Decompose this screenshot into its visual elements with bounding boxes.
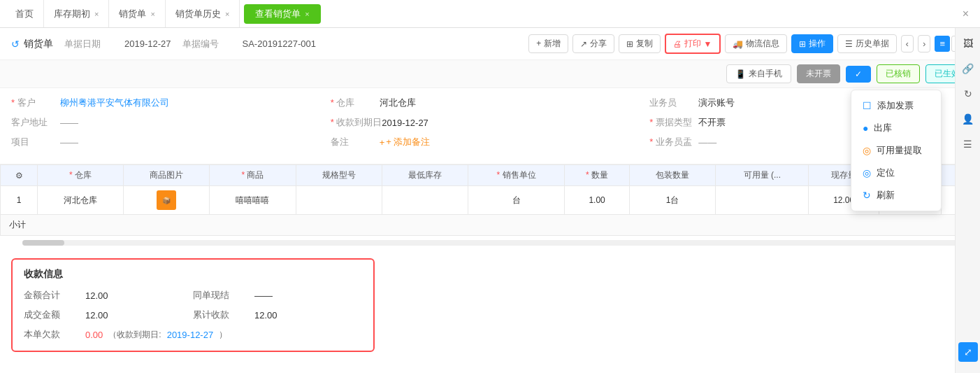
- payment-row-same-order: 同单现结 ——: [193, 288, 362, 303]
- add-note-button[interactable]: + + 添加备注: [380, 136, 431, 148]
- subtotal-label: 小计: [1, 215, 980, 236]
- action-dropdown-menu: ☐ 添加发票 ● 出库 ◎ 可用量提取 ◎ 定位 ↻ 刷新: [851, 90, 942, 211]
- refresh-icon: ↻: [863, 190, 871, 201]
- date-value: 2019-12-27: [124, 38, 171, 49]
- col-product: 商品: [210, 165, 296, 186]
- phone-icon: 📱: [735, 69, 746, 79]
- employee-label: 业务员: [649, 97, 698, 109]
- customer-label: 客户: [11, 97, 60, 109]
- dropdown-item-add-invoice[interactable]: ☐ 添加发票: [851, 94, 941, 117]
- from-phone-button[interactable]: 📱 来自手机: [726, 64, 791, 83]
- payment-area: 收款信息 金额合计 12.00 同单现结 —— 成交金额 12.00: [0, 250, 980, 360]
- share-button[interactable]: ↗ 分享: [572, 34, 614, 53]
- warehouse-field: 仓库 河北仓库: [331, 97, 650, 109]
- invoice-label: 票据类型: [649, 116, 698, 129]
- owe-note: （收款到期日:: [108, 329, 161, 341]
- tab-sales-history[interactable]: 销货单历史 ×: [166, 0, 240, 27]
- sidebar-person-icon[interactable]: 👤: [958, 109, 978, 129]
- payment-date-label: 收款到期日: [331, 116, 382, 129]
- warehouse-label: 仓库: [331, 97, 380, 109]
- total-amount-value: 12.00: [85, 290, 108, 301]
- sidebar-refresh-icon[interactable]: ↻: [958, 84, 978, 104]
- dropdown-item-refresh[interactable]: ↻ 刷新: [851, 184, 941, 206]
- sales-employee-label: 业务员盂: [649, 136, 698, 148]
- row-image: 📦: [124, 186, 210, 215]
- table-body: 1 河北仓库 📦 嘻嘻嘻嘻 台 1.00 1台 12.00 12.00: [1, 186, 980, 236]
- not-open-button[interactable]: 未开票: [797, 64, 840, 83]
- main-content: ↺ 销货单 单据日期 2019-12-27 单据编号 SA-20191227-0…: [0, 28, 980, 373]
- payment-section: 收款信息 金额合计 12.00 同单现结 —— 成交金额 12.00: [11, 258, 375, 352]
- cumulative-value: 12.00: [254, 310, 278, 321]
- col-available: 可用量 (...: [716, 165, 809, 186]
- form-row-1: 客户 柳州粤港平安气体有限公司 仓库 河北仓库 业务员 演示账号: [11, 97, 969, 109]
- sidebar-image-icon[interactable]: 🖼: [958, 34, 978, 53]
- tab-sales-history-close[interactable]: ×: [225, 10, 229, 18]
- form-row-3: 项目 —— 备注 + + 添加备注 业务员盂 ——: [11, 136, 969, 148]
- next-button[interactable]: ›: [918, 35, 930, 52]
- address-label: 客户地址: [11, 116, 60, 129]
- dropdown-item-available-pickup[interactable]: ◎ 可用量提取: [851, 139, 941, 162]
- tab-inventory-init[interactable]: 库存期初 ×: [44, 0, 109, 27]
- new-button[interactable]: + 新增: [528, 34, 568, 53]
- customer-value[interactable]: 柳州粤港平安气体有限公司: [60, 97, 331, 109]
- table-container: ⚙ 仓库 商品图片 商品 规格型号 最低库存 销售单位 数量 包装数量 可用量 …: [0, 164, 980, 236]
- history-button[interactable]: ☰ 历史单据: [837, 34, 897, 53]
- dropdown-item-ship-out[interactable]: ● 出库: [851, 117, 941, 139]
- document-header: ↺ 销货单 单据日期 2019-12-27 单据编号 SA-20191227-0…: [0, 28, 980, 60]
- tab-home[interactable]: 首页: [6, 0, 44, 27]
- tab-sales-order[interactable]: 销货单 ×: [109, 0, 165, 27]
- cumulative-label: 累计收款: [193, 309, 249, 321]
- owe-value: 0.00: [85, 330, 103, 340]
- sidebar-link-icon[interactable]: 🔗: [958, 59, 978, 78]
- row-spec: [296, 186, 382, 215]
- action-button[interactable]: ⊞ 操作: [791, 34, 833, 53]
- col-spec: 规格型号: [296, 165, 382, 186]
- address-field: 客户地址 ——: [11, 116, 331, 129]
- tab-view-sales-close[interactable]: ×: [305, 10, 309, 18]
- dropdown-item-locate[interactable]: ◎ 定位: [851, 162, 941, 184]
- tab-view-sales[interactable]: 查看销货单 ×: [244, 4, 320, 24]
- payment-row-transaction: 成交金额 12.00: [24, 307, 193, 323]
- window-close-button[interactable]: ×: [957, 8, 974, 20]
- project-field: 项目 ——: [11, 136, 331, 148]
- col-settings[interactable]: ⚙: [1, 165, 38, 186]
- col-min-stock: 最低库存: [382, 165, 468, 186]
- document-type-label: 销货单: [24, 38, 53, 50]
- row-available: [716, 186, 809, 215]
- print-button[interactable]: 🖨 打印 ▼: [665, 34, 721, 54]
- add-invoice-icon: ☐: [863, 100, 872, 111]
- list-view-button[interactable]: ≡: [935, 36, 950, 52]
- owe-paren: ）: [219, 329, 227, 341]
- action-bar: 📱 来自手机 未开票 ✓ 已核销 已生效: [0, 60, 980, 88]
- date-label: 单据日期: [64, 38, 113, 50]
- sidebar-expand-icon[interactable]: ⤢: [958, 342, 978, 362]
- tab-inventory-init-close[interactable]: ×: [94, 10, 99, 18]
- col-qty: 数量: [565, 165, 630, 186]
- product-table: ⚙ 仓库 商品图片 商品 规格型号 最低库存 销售单位 数量 包装数量 可用量 …: [0, 164, 980, 236]
- same-order-value: ——: [254, 290, 273, 301]
- payment-title: 收款信息: [24, 268, 362, 281]
- confirm-button[interactable]: ✓: [846, 66, 871, 83]
- transaction-label: 成交金额: [24, 309, 80, 321]
- table-row: 1 河北仓库 📦 嘻嘻嘻嘻 台 1.00 1台 12.00 12.00: [1, 186, 980, 215]
- payment-row-total: 金额合计 12.00: [24, 288, 193, 303]
- note-field: 备注 + + 添加备注: [331, 136, 650, 148]
- print-icon: 🖨: [673, 39, 682, 49]
- form-section: 客户 柳州粤港平安气体有限公司 仓库 河北仓库 业务员 演示账号 客户地址 ——: [0, 88, 980, 164]
- prev-button[interactable]: ‹: [901, 35, 914, 52]
- row-pack-qty: 1台: [630, 186, 716, 215]
- logistics-button[interactable]: 🚚 物流信息: [725, 34, 787, 53]
- history-icon: ☰: [845, 39, 853, 49]
- row-warehouse: 河北仓库: [38, 186, 124, 215]
- sold-status-button[interactable]: 已核销: [877, 64, 920, 83]
- sidebar-list-icon[interactable]: ☰: [958, 134, 978, 154]
- table-scrollbar[interactable]: [0, 236, 980, 250]
- col-pack-qty: 包装数量: [630, 165, 716, 186]
- table-header: ⚙ 仓库 商品图片 商品 规格型号 最低库存 销售单位 数量 包装数量 可用量 …: [1, 165, 980, 186]
- product-thumbnail: 📦: [157, 190, 176, 210]
- copy-button[interactable]: ⊞ 复制: [619, 34, 661, 53]
- share-icon: ↗: [580, 39, 587, 49]
- col-image: 商品图片: [124, 165, 210, 186]
- tab-sales-order-close[interactable]: ×: [150, 10, 154, 18]
- right-sidebar: 🖼 🔗 ↻ 👤 ☰ ⤢: [955, 28, 980, 373]
